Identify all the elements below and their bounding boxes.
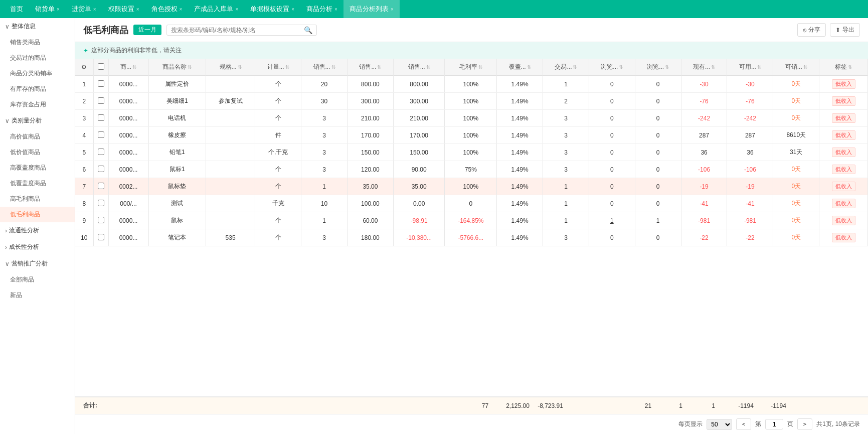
check-cell[interactable] (93, 144, 108, 161)
sidebar-item-low-coverage[interactable]: 低覆盖度商品 (0, 176, 75, 191)
close-icon[interactable]: × (180, 7, 183, 12)
check-cell[interactable] (93, 110, 108, 127)
row-checkbox[interactable] (98, 114, 104, 121)
select-all-checkbox[interactable] (98, 63, 104, 70)
check-cell[interactable] (93, 161, 108, 178)
row-checkbox[interactable] (98, 97, 104, 104)
coverage-cell: 1.49% (497, 161, 543, 178)
check-cell[interactable] (93, 178, 108, 195)
close-icon[interactable]: × (93, 7, 96, 12)
col-header-avail[interactable]: 可用...⇅ (727, 59, 773, 76)
close-icon[interactable]: × (235, 7, 238, 12)
nav-sales[interactable]: 销货单 × (29, 0, 66, 18)
page-size-select[interactable]: 50 100 200 (707, 419, 732, 430)
search-input[interactable] (171, 27, 304, 34)
page-number-input[interactable] (765, 419, 783, 429)
col-header-coverage[interactable]: 覆盖...⇅ (497, 59, 543, 76)
sidebar-item-capital-usage[interactable]: 库存资金占用 (0, 97, 75, 112)
sidebar-group-flow[interactable]: › 流通性分析 (0, 222, 75, 239)
sale-qty-cell: 30 (301, 93, 348, 110)
settings-icon[interactable]: ⚙ (81, 64, 87, 71)
sidebar-group-overall[interactable]: ∨ 整体信息 (0, 18, 75, 35)
row-checkbox[interactable] (98, 200, 104, 206)
col-header-check[interactable] (93, 59, 108, 76)
row-checkbox[interactable] (98, 217, 104, 223)
check-cell[interactable] (93, 127, 108, 144)
check-cell[interactable] (93, 195, 108, 212)
check-cell[interactable] (93, 76, 108, 93)
row-checkbox[interactable] (98, 234, 104, 240)
nav-home[interactable]: 首页 (4, 0, 29, 18)
col-header-gross-rate[interactable]: 毛利率⇅ (445, 59, 497, 76)
sidebar-item-category-rate[interactable]: 商品分类助销率 (0, 66, 75, 81)
code-cell: 0002... (108, 178, 148, 195)
close-icon[interactable]: × (136, 7, 139, 12)
name-cell: 电话机 (148, 110, 206, 127)
nav-product-analysis-list[interactable]: 商品分析列表 × (343, 0, 400, 18)
col-header-deal[interactable]: 交易...⇅ (543, 59, 589, 76)
check-cell[interactable] (93, 229, 108, 246)
sidebar-item-new-products[interactable]: 新品 (0, 287, 75, 303)
check-cell[interactable] (93, 212, 108, 229)
col-header-sale-qty[interactable]: 销售...⇅ (301, 59, 348, 76)
nav-role-auth[interactable]: 角色授权 × (145, 0, 189, 18)
nav-permissions[interactable]: 权限设置 × (102, 0, 145, 18)
nav-template[interactable]: 单据模板设置 × (244, 0, 300, 18)
row-checkbox[interactable] (98, 183, 104, 189)
row-checkbox[interactable] (98, 149, 104, 155)
close-icon[interactable]: × (334, 7, 337, 12)
sale-qty-cell: 3 (301, 144, 348, 161)
sidebar-item-traded-products[interactable]: 交易过的商品 (0, 50, 75, 66)
sidebar-item-low-value[interactable]: 低价值商品 (0, 144, 75, 160)
name-cell: 属性定价 (148, 76, 206, 93)
tag-cell: 低收入 (819, 161, 868, 178)
col-header-name[interactable]: 商品名称⇅ (148, 59, 206, 76)
avail-cell: -30 (727, 76, 773, 93)
row-checkbox[interactable] (98, 166, 104, 172)
check-cell[interactable] (93, 93, 108, 110)
unit-cell: 个,千克 (255, 144, 301, 161)
close-icon[interactable]: × (291, 7, 294, 12)
sidebar-item-high-margin[interactable]: 高毛利商品 (0, 191, 75, 207)
col-header-browse1[interactable]: 浏览...⇅ (589, 59, 635, 76)
sidebar-item-high-coverage[interactable]: 高覆盖度商品 (0, 160, 75, 176)
sidebar-item-all-products[interactable]: 全部商品 (0, 272, 75, 287)
sidebar-group-marketing[interactable]: ∨ 营销推广分析 (0, 255, 75, 272)
share-button[interactable]: ⎋ 分享 (797, 23, 826, 37)
col-header-settings[interactable]: ⚙ (75, 59, 93, 76)
sidebar-item-stocked-products[interactable]: 有库存的商品 (0, 81, 75, 97)
col-header-tag[interactable]: 标签⇅ (819, 59, 868, 76)
close-icon[interactable]: × (391, 7, 394, 12)
period-button[interactable]: 近一月 (133, 25, 161, 35)
close-icon[interactable]: × (57, 7, 60, 12)
nav-product-analysis[interactable]: 商品分析 × (300, 0, 343, 18)
sidebar-item-sales-products[interactable]: 销售类商品 (0, 35, 75, 50)
col-header-unit[interactable]: 计量...⇅ (255, 59, 301, 76)
sidebar-item-high-value[interactable]: 高价值商品 (0, 129, 75, 144)
row-checkbox[interactable] (98, 80, 104, 87)
table-wrapper[interactable]: ⚙ 商...⇅ 商品名称⇅ 规格...⇅ 计量...⇅ 销售...⇅ 销售...… (75, 59, 868, 396)
next-page-button[interactable]: ＞ (797, 418, 812, 430)
col-header-sellable[interactable]: 可销...⇅ (773, 59, 819, 76)
main-content: 低毛利商品 近一月 🔍 ⎋ 分享 ⬆ 导出 ✦ 这部分商品的利润非常低，请关注 (75, 18, 868, 434)
export-button[interactable]: ⬆ 导出 (830, 23, 860, 37)
sidebar-group-growth[interactable]: › 成长性分析 (0, 239, 75, 255)
col-header-spec[interactable]: 规格...⇅ (206, 59, 255, 76)
col-header-stock[interactable]: 现有...⇅ (681, 59, 727, 76)
tag-cell: 低收入 (819, 127, 868, 144)
col-header-code[interactable]: 商...⇅ (108, 59, 148, 76)
stock-cell: -30 (681, 76, 727, 93)
col-header-sale-profit[interactable]: 销售...⇅ (393, 59, 445, 76)
browse1-cell: 0 (589, 93, 635, 110)
sidebar-group-category[interactable]: ∨ 类别量分析 (0, 112, 75, 129)
nav-product-in[interactable]: 产成品入库单 × (188, 0, 244, 18)
nav-purchase[interactable]: 进货单 × (66, 0, 102, 18)
total-avail: -1194 (762, 402, 795, 409)
col-header-browse2[interactable]: 浏览...⇅ (635, 59, 681, 76)
col-header-sale-price[interactable]: 销售...⇅ (347, 59, 393, 76)
browse1-cell: 0 (589, 229, 635, 246)
prev-page-button[interactable]: ＜ (736, 418, 751, 430)
sidebar-item-low-margin[interactable]: 低毛利商品 (0, 207, 75, 222)
search-icon[interactable]: 🔍 (304, 26, 312, 34)
row-checkbox[interactable] (98, 131, 104, 138)
